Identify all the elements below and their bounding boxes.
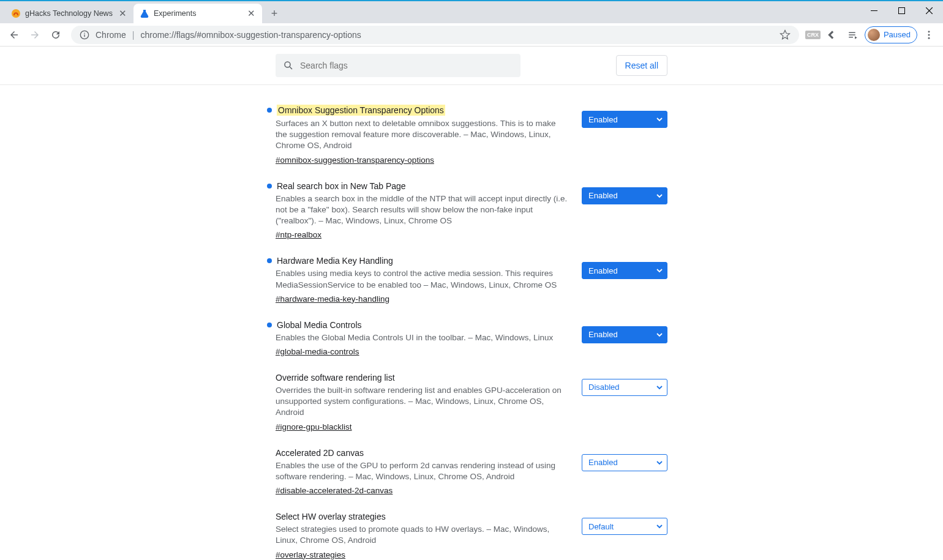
flag-select: DefaultEnabledDisabled <box>582 379 667 396</box>
flags-list: Omnibox Suggestion Transparency OptionsS… <box>276 96 667 560</box>
svg-point-6 <box>84 32 85 34</box>
flag-title: Select HW overlay strategies <box>276 512 386 521</box>
select-wrap: DefaultEnabledDisabled <box>582 454 667 471</box>
svg-point-12 <box>928 34 930 35</box>
modified-bullet-icon <box>267 184 272 189</box>
forward-button[interactable] <box>26 26 44 44</box>
extension-icon[interactable] <box>823 26 841 44</box>
flag-title: Override software rendering list <box>276 373 395 383</box>
svg-point-11 <box>928 31 930 32</box>
search-flags-box[interactable] <box>276 54 520 77</box>
tab-title: gHacks Technology News <box>25 9 113 18</box>
search-icon <box>283 60 294 71</box>
tabstrip: gHacks Technology News ✕ Experiments ✕ + <box>0 1 283 23</box>
maximize-button[interactable] <box>888 1 915 20</box>
minimize-button[interactable] <box>860 1 888 20</box>
flag-anchor-link[interactable]: #ntp-realbox <box>276 230 321 239</box>
svg-rect-7 <box>84 34 85 37</box>
site-info-icon[interactable] <box>80 30 89 40</box>
flag-title: Omnibox Suggestion Transparency Options <box>277 105 445 116</box>
flags-header: Reset all <box>0 47 943 85</box>
back-button[interactable] <box>5 26 23 44</box>
flag-title: Real search box in New Tab Page <box>277 181 406 191</box>
flag-description: Select strategies used to promote quads … <box>276 524 569 546</box>
flag-state-select[interactable]: DefaultEnabledDisabled <box>582 187 667 204</box>
profile-button[interactable]: Paused <box>865 26 917 43</box>
flag-state-select[interactable]: DefaultEnabledDisabled <box>582 326 667 343</box>
flag-title-row: Omnibox Suggestion Transparency Options <box>276 105 569 116</box>
avatar <box>868 29 880 41</box>
tab-experiments[interactable]: Experiments ✕ <box>133 4 262 23</box>
flag-main: Override software rendering listOverride… <box>276 373 569 432</box>
select-wrap: DefaultEnabledDisabled <box>582 262 667 279</box>
svg-point-14 <box>285 62 290 67</box>
flag-description: Enables the use of the GPU to perform 2d… <box>276 460 569 482</box>
flag-title: Hardware Media Key Handling <box>277 256 393 266</box>
omnibox-url: chrome://flags/#omnibox-suggestion-trans… <box>140 30 361 40</box>
close-icon[interactable]: ✕ <box>246 9 256 18</box>
flag-description: Enables using media keys to control the … <box>276 268 569 290</box>
flag-row: Accelerated 2D canvasEnables the use of … <box>276 439 667 503</box>
titlebar: gHacks Technology News ✕ Experiments ✕ + <box>0 0 943 23</box>
flag-description: Enables a search box in the middle of th… <box>276 193 569 227</box>
flag-row: Override software rendering listOverride… <box>276 364 667 439</box>
flag-anchor-link[interactable]: #global-media-controls <box>276 347 359 356</box>
reload-button[interactable] <box>47 26 65 44</box>
flag-title-row: Real search box in New Tab Page <box>276 181 569 191</box>
flag-title: Accelerated 2D canvas <box>276 448 364 458</box>
omnibox-scheme: Chrome <box>96 30 126 40</box>
profile-label: Paused <box>884 30 911 39</box>
select-wrap: DefaultEnabledDisabled <box>582 379 667 396</box>
reset-all-button[interactable]: Reset all <box>616 55 667 76</box>
flag-row: Select HW overlay strategiesSelect strat… <box>276 503 667 560</box>
flag-select: DefaultEnabledDisabled <box>582 111 667 128</box>
search-input[interactable] <box>300 61 513 70</box>
flag-anchor-link[interactable]: #ignore-gpu-blacklist <box>276 422 352 431</box>
flag-anchor-link[interactable]: #disable-accelerated-2d-canvas <box>276 486 393 495</box>
flag-state-select[interactable]: DefaultEnabledDisabled <box>582 379 667 396</box>
flag-title-row: Select HW overlay strategies <box>276 512 569 521</box>
flag-title-row: Global Media Controls <box>276 320 569 330</box>
omnibox-separator: | <box>132 30 135 40</box>
new-tab-button[interactable]: + <box>266 5 283 22</box>
flag-state-select[interactable]: DefaultEnabledDisabled <box>582 518 667 535</box>
select-wrap: DefaultEnabledDisabled <box>582 187 667 204</box>
favicon-ghacks <box>11 9 21 18</box>
flag-select: DefaultEnabledDisabled <box>582 454 667 471</box>
flag-anchor-link[interactable]: #hardware-media-key-handling <box>276 294 389 304</box>
menu-icon[interactable] <box>920 26 938 44</box>
bookmark-star-icon[interactable] <box>780 29 791 40</box>
page-content[interactable]: Reset all Omnibox Suggestion Transparenc… <box>0 47 943 560</box>
flag-state-select[interactable]: DefaultEnabledDisabled <box>582 111 667 128</box>
flag-anchor-link[interactable]: #omnibox-suggestion-transparency-options <box>276 155 434 165</box>
window-controls <box>860 1 943 20</box>
flag-main: Select HW overlay strategiesSelect strat… <box>276 512 569 559</box>
flag-state-select[interactable]: DefaultEnabledDisabled <box>582 454 667 471</box>
flag-select: DefaultEnabledDisabled <box>582 518 667 535</box>
flag-state-select[interactable]: DefaultEnabledDisabled <box>582 262 667 279</box>
media-controls-icon[interactable] <box>844 26 862 44</box>
svg-rect-8 <box>849 32 855 33</box>
flag-select: DefaultEnabledDisabled <box>582 187 667 204</box>
omnibox[interactable]: Chrome | chrome://flags/#omnibox-suggest… <box>71 26 799 44</box>
tab-ghacks[interactable]: gHacks Technology News ✕ <box>5 4 133 23</box>
flag-main: Omnibox Suggestion Transparency OptionsS… <box>276 105 569 165</box>
flag-row: Hardware Media Key HandlingEnables using… <box>276 247 667 311</box>
flag-description: Surfaces an X button next to deletable o… <box>276 118 569 152</box>
select-wrap: DefaultEnabledDisabled <box>582 111 667 128</box>
flag-title-row: Override software rendering list <box>276 373 569 383</box>
flag-title-row: Accelerated 2D canvas <box>276 448 569 458</box>
svg-rect-10 <box>849 37 853 38</box>
close-window-button[interactable] <box>915 1 943 20</box>
extension-badge[interactable]: CRX <box>805 31 821 39</box>
flag-anchor-link[interactable]: #overlay-strategies <box>276 550 345 559</box>
flag-row: Global Media ControlsEnables the Global … <box>276 312 667 364</box>
flag-select: DefaultEnabledDisabled <box>582 326 667 343</box>
browser-toolbar: Chrome | chrome://flags/#omnibox-suggest… <box>0 23 943 47</box>
close-icon[interactable]: ✕ <box>118 9 127 18</box>
svg-line-15 <box>290 67 292 69</box>
tab-title: Experiments <box>154 9 242 18</box>
svg-point-13 <box>928 37 930 39</box>
flag-main: Global Media ControlsEnables the Global … <box>276 320 569 357</box>
svg-rect-9 <box>849 34 855 35</box>
